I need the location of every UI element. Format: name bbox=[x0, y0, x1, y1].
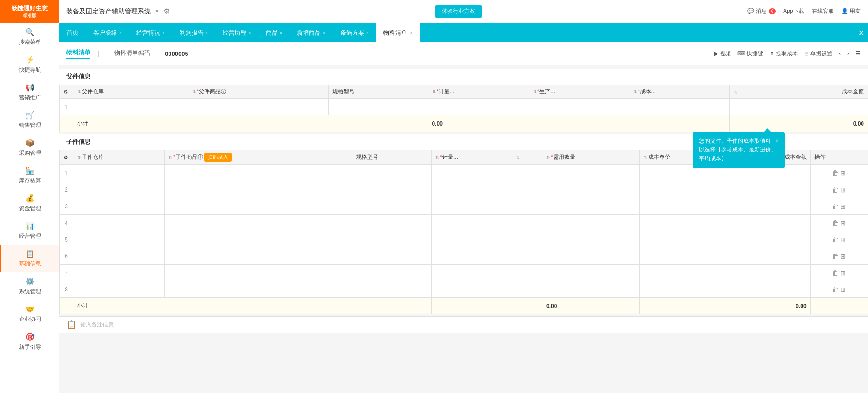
app-download-btn[interactable]: App下载 bbox=[783, 7, 804, 15]
child-row-8-unit[interactable] bbox=[432, 281, 512, 298]
child-row-7-unit-price[interactable] bbox=[639, 265, 731, 281]
sort-icon-product[interactable]: ⇅ bbox=[192, 89, 196, 94]
nav-tab-经营情况[interactable]: 经营情况 × bbox=[129, 23, 172, 42]
child-row-8-product[interactable] bbox=[165, 281, 352, 298]
nav-tab-利润报告[interactable]: 利润报告 × bbox=[172, 23, 215, 42]
nav-tab-条码方案[interactable]: 条码方案 × bbox=[333, 23, 376, 42]
child-row-7-copy-icon[interactable]: ⊞ bbox=[840, 269, 846, 277]
child-row-5-unit-price[interactable] bbox=[639, 231, 731, 248]
child-row-1-qty[interactable] bbox=[542, 165, 640, 181]
child-row-3-delete-icon[interactable]: 🗑 bbox=[832, 203, 838, 210]
shortcut-btn[interactable]: ⌨ 快捷键 bbox=[737, 50, 763, 58]
parent-row-1-spec[interactable] bbox=[328, 99, 428, 115]
child-row-5-product[interactable] bbox=[165, 231, 352, 248]
child-row-8-qty[interactable] bbox=[542, 281, 640, 298]
parent-row-1-unit[interactable] bbox=[428, 99, 529, 115]
parent-row-1-product[interactable] bbox=[188, 99, 328, 115]
sidebar-item-marketing[interactable]: 📢营销推广 bbox=[0, 79, 59, 106]
child-row-3-product[interactable] bbox=[165, 198, 352, 215]
sidebar-item-basic-info[interactable]: 📋基础信息 bbox=[0, 245, 59, 272]
child-row-1-unit[interactable] bbox=[432, 165, 512, 181]
child-row-3-warehouse[interactable] bbox=[73, 198, 165, 215]
child-row-2-qty[interactable] bbox=[542, 181, 640, 198]
child-row-3-unit-price[interactable] bbox=[639, 198, 731, 215]
child-row-2-copy-icon[interactable]: ⊞ bbox=[840, 186, 846, 193]
child-row-8-warehouse[interactable] bbox=[73, 281, 165, 298]
parent-row-1-produce[interactable] bbox=[529, 99, 629, 115]
nav-prev-btn[interactable]: ‹ bbox=[839, 50, 841, 57]
nav-next-btn[interactable]: › bbox=[847, 50, 849, 57]
sub-tab-material-list[interactable]: 物料清单 bbox=[66, 48, 90, 59]
child-row-1-warehouse[interactable] bbox=[73, 165, 165, 181]
child-row-1-product[interactable] bbox=[165, 165, 352, 181]
sidebar-item-purchase[interactable]: 📦采购管理 bbox=[0, 134, 59, 162]
child-row-6-warehouse[interactable] bbox=[73, 248, 165, 265]
child-row-8-unit-price[interactable] bbox=[639, 281, 731, 298]
child-row-5-unit[interactable] bbox=[432, 231, 512, 248]
child-row-8-delete-icon[interactable]: 🗑 bbox=[832, 286, 838, 293]
sidebar-item-cooperation[interactable]: 🤝企业协同 bbox=[0, 300, 59, 328]
sidebar-item-inventory[interactable]: 🏪库存核算 bbox=[0, 162, 59, 189]
child-row-4-qty[interactable] bbox=[542, 215, 640, 231]
bottom-text[interactable]: 输入备注信息... bbox=[80, 321, 118, 329]
child-row-4-spec[interactable] bbox=[352, 215, 432, 231]
sort-icon-unit[interactable]: ⇅ bbox=[432, 89, 436, 94]
video-btn[interactable]: ▶ 视频 bbox=[714, 50, 731, 58]
child-row-4-unit[interactable] bbox=[432, 215, 512, 231]
child-th-gear[interactable]: ⚙ bbox=[60, 150, 73, 165]
child-row-1-delete-icon[interactable]: 🗑 bbox=[832, 169, 838, 177]
sidebar-item-sales[interactable]: 🛒销售管理 bbox=[0, 106, 59, 134]
child-row-2-warehouse[interactable] bbox=[73, 181, 165, 198]
child-row-7-product[interactable] bbox=[165, 265, 352, 281]
child-row-6-copy-icon[interactable]: ⊞ bbox=[840, 253, 846, 260]
topbar-settings-icon[interactable]: ⚙ bbox=[163, 7, 170, 16]
child-row-6-spec[interactable] bbox=[352, 248, 432, 265]
sub-tab-code[interactable]: 物料清单编码 bbox=[107, 45, 157, 62]
parent-row-1-cost[interactable] bbox=[629, 99, 730, 115]
child-row-3-unit[interactable] bbox=[432, 198, 512, 215]
child-sort-empty[interactable]: ⇅ bbox=[516, 155, 519, 160]
sidebar-item-guide[interactable]: 🎯新手引导 bbox=[0, 328, 59, 356]
child-row-6-unit[interactable] bbox=[432, 248, 512, 265]
child-row-2-spec[interactable] bbox=[352, 181, 432, 198]
child-row-2-product[interactable] bbox=[165, 181, 352, 198]
child-row-5-copy-icon[interactable]: ⊞ bbox=[840, 236, 846, 243]
nav-tab-商品[interactable]: 商品 × bbox=[259, 23, 289, 42]
child-row-2-delete-icon[interactable]: 🗑 bbox=[832, 186, 838, 193]
user-btn[interactable]: 👤 用友 bbox=[841, 7, 861, 15]
child-row-6-product[interactable] bbox=[165, 248, 352, 265]
nav-tab-首页[interactable]: 首页 bbox=[59, 23, 86, 42]
child-row-7-warehouse[interactable] bbox=[73, 265, 165, 281]
sidebar-item-system[interactable]: ⚙️系统管理 bbox=[0, 272, 59, 300]
child-sort-qty[interactable]: ⇅ bbox=[546, 155, 550, 160]
sidebar-item-finance[interactable]: 💰资金管理 bbox=[0, 189, 59, 217]
child-row-1-spec[interactable] bbox=[352, 165, 432, 181]
sidebar-item-search[interactable]: 🔍搜索菜单 bbox=[0, 23, 59, 51]
parent-th-gear[interactable]: ⚙ bbox=[60, 85, 73, 99]
nav-tab-经营历程[interactable]: 经营历程 × bbox=[215, 23, 258, 42]
child-row-5-spec[interactable] bbox=[352, 231, 432, 248]
child-row-3-spec[interactable] bbox=[352, 198, 432, 215]
single-settings-btn[interactable]: ⊟ 单据设置 bbox=[804, 50, 832, 58]
child-row-8-copy-icon[interactable]: ⊞ bbox=[840, 286, 846, 293]
experience-btn[interactable]: 体验行业方案 bbox=[435, 5, 482, 18]
child-row-4-product[interactable] bbox=[165, 215, 352, 231]
child-row-4-copy-icon[interactable]: ⊞ bbox=[840, 219, 846, 227]
menu-btn[interactable]: ☰ bbox=[856, 50, 861, 57]
child-sort-price[interactable]: ⇅ bbox=[644, 155, 647, 160]
child-row-7-qty[interactable] bbox=[542, 265, 640, 281]
child-row-4-delete-icon[interactable]: 🗑 bbox=[832, 219, 838, 227]
child-row-7-unit[interactable] bbox=[432, 265, 512, 281]
nav-tab-close[interactable]: × bbox=[410, 30, 413, 36]
child-row-3-copy-icon[interactable]: ⊞ bbox=[840, 203, 846, 210]
child-row-7-delete-icon[interactable]: 🗑 bbox=[832, 269, 838, 277]
child-row-2-unit-price[interactable] bbox=[639, 181, 731, 198]
child-row-4-warehouse[interactable] bbox=[73, 215, 165, 231]
child-row-5-delete-icon[interactable]: 🗑 bbox=[832, 236, 838, 243]
child-sort-unit[interactable]: ⇅ bbox=[435, 155, 439, 160]
sidebar-item-quick-nav[interactable]: ⚡快捷导航 bbox=[0, 51, 59, 79]
sort-icon-warehouse[interactable]: ⇅ bbox=[77, 89, 81, 94]
sidebar-item-operation[interactable]: 📊经营管理 bbox=[0, 217, 59, 245]
sort-icon-produce[interactable]: ⇅ bbox=[533, 89, 536, 94]
child-row-6-unit-price[interactable] bbox=[639, 248, 731, 265]
